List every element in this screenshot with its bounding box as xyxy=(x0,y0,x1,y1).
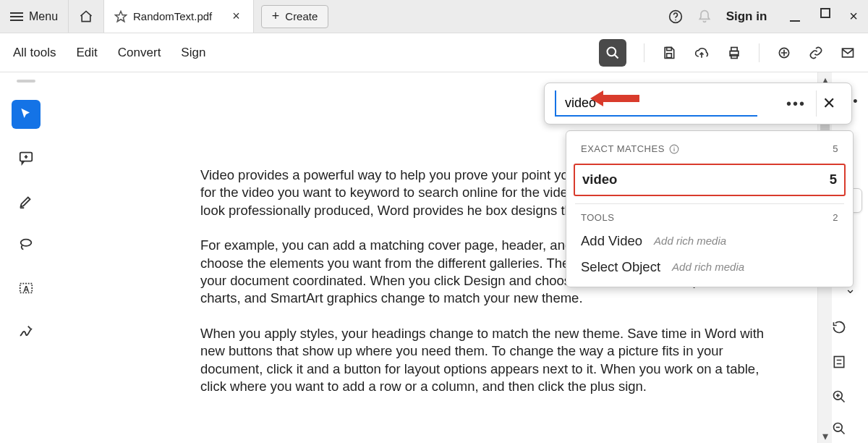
fit-page-icon xyxy=(832,355,846,369)
hamburger-icon xyxy=(10,12,23,21)
notifications-button[interactable] xyxy=(697,9,712,24)
textbox-tool[interactable]: A xyxy=(12,274,41,303)
find-close-button[interactable]: ✕ xyxy=(816,90,841,117)
tool-result-select-object[interactable]: Select Object Add rich media xyxy=(566,254,853,280)
svg-line-22 xyxy=(841,399,845,402)
tool-result-hint: Add rich media xyxy=(654,234,726,248)
app-menu-button[interactable]: Menu xyxy=(0,0,68,33)
create-button[interactable]: + Create xyxy=(261,5,329,28)
cloud-up-icon xyxy=(694,46,710,60)
window-close-button[interactable]: × xyxy=(849,8,858,25)
fit-page-button[interactable] xyxy=(832,355,868,369)
comment-tool[interactable] xyxy=(12,143,41,172)
divider xyxy=(575,203,844,204)
textbox-icon: A xyxy=(18,280,34,296)
svg-point-2 xyxy=(675,19,676,20)
menu-label: Menu xyxy=(29,10,58,23)
winbar-right: Sign in × xyxy=(668,8,868,25)
sign-in-button[interactable]: Sign in xyxy=(726,9,767,24)
select-tool[interactable] xyxy=(12,100,41,129)
find-options-button[interactable]: ••• xyxy=(786,94,806,113)
star-icon xyxy=(114,10,127,23)
svg-point-19 xyxy=(673,146,674,147)
tab-label: RandomText.pdf xyxy=(133,10,212,22)
highlight-tool[interactable] xyxy=(12,187,41,216)
svg-rect-3 xyxy=(821,9,830,17)
svg-rect-9 xyxy=(731,47,737,51)
svg-point-14 xyxy=(21,240,32,246)
tool-result-label: Add Video xyxy=(581,232,642,250)
zoom-in-button[interactable] xyxy=(832,389,868,404)
convert-menu[interactable]: Convert xyxy=(118,46,161,60)
edit-menu[interactable]: Edit xyxy=(77,46,98,60)
rotate-icon xyxy=(832,320,846,334)
highlighter-icon xyxy=(18,193,34,209)
square-icon xyxy=(820,8,830,18)
annotation-arrow xyxy=(602,95,639,102)
svg-rect-7 xyxy=(667,53,672,57)
window-title-bar: Menu RandomText.pdf × + Create Sign in × xyxy=(0,0,868,33)
find-button[interactable] xyxy=(599,39,626,67)
results-exact-header: EXACT MATCHES 5 xyxy=(566,140,853,159)
cursor-icon xyxy=(19,107,33,122)
maximize-button[interactable] xyxy=(820,8,830,25)
bell-icon xyxy=(697,9,712,24)
results-tools-header: TOOLS 2 xyxy=(566,208,853,228)
link-button[interactable] xyxy=(809,46,823,60)
home-icon xyxy=(79,9,93,24)
zoom-out-button[interactable] xyxy=(832,421,868,436)
find-input[interactable] xyxy=(555,90,757,117)
svg-line-5 xyxy=(615,54,618,58)
comment-icon xyxy=(18,150,34,166)
tool-result-label: Select Object xyxy=(581,258,660,276)
tool-result-add-video[interactable]: Add Video Add rich media xyxy=(566,228,853,254)
document-tab[interactable]: RandomText.pdf × xyxy=(104,0,254,33)
svg-rect-6 xyxy=(667,47,672,50)
tools-label: TOOLS xyxy=(581,211,614,224)
find-results-panel: EXACT MATCHES 5 video 5 TOOLS 2 Add Vide… xyxy=(566,130,854,287)
mail-icon xyxy=(841,46,855,60)
draw-tool[interactable] xyxy=(12,230,41,259)
zoom-out-icon xyxy=(832,421,846,436)
window-controls: × xyxy=(790,8,858,25)
app-menubar: All tools Edit Convert Sign xyxy=(0,33,868,72)
exact-matches-count: 5 xyxy=(833,143,838,155)
svg-marker-0 xyxy=(116,11,127,21)
toolbar-grab-handle[interactable] xyxy=(17,80,35,83)
plus-icon: + xyxy=(272,9,280,24)
save-button[interactable] xyxy=(662,46,676,60)
find-result-item[interactable]: video 5 xyxy=(574,164,846,195)
close-tab-button[interactable]: × xyxy=(232,9,240,24)
svg-text:A: A xyxy=(23,284,29,293)
zoom-in-icon xyxy=(832,389,846,404)
menubar-right xyxy=(599,39,855,67)
help-button[interactable] xyxy=(668,9,683,24)
tools-count: 2 xyxy=(833,211,838,224)
share-email-button[interactable] xyxy=(841,46,855,60)
cloud-upload-button[interactable] xyxy=(694,46,710,60)
sign-menu[interactable]: Sign xyxy=(181,46,205,60)
info-icon[interactable] xyxy=(669,144,679,154)
save-icon xyxy=(662,46,676,60)
scroll-down-button[interactable]: ▾ xyxy=(818,429,832,443)
signature-icon xyxy=(18,324,34,339)
left-toolbar: A xyxy=(0,72,52,443)
svg-point-4 xyxy=(608,47,616,56)
svg-line-26 xyxy=(841,431,845,434)
winbar-left: Menu RandomText.pdf × + Create xyxy=(0,0,328,33)
link-icon xyxy=(809,46,823,60)
document-view[interactable]: Video provides a powerful way to help yo… xyxy=(52,72,817,443)
home-button[interactable] xyxy=(68,0,104,33)
ai-assistant-button[interactable] xyxy=(777,46,791,60)
create-label: Create xyxy=(285,10,318,22)
paragraph: When you apply styles, your headings cha… xyxy=(200,325,765,396)
all-tools-menu[interactable]: All tools xyxy=(13,46,56,60)
exact-matches-label: EXACT MATCHES xyxy=(581,143,665,155)
lasso-icon xyxy=(18,237,34,253)
rotate-button[interactable] xyxy=(832,320,868,334)
fill-sign-tool[interactable] xyxy=(12,317,41,346)
print-button[interactable] xyxy=(727,46,741,60)
print-icon xyxy=(727,46,741,60)
minimize-button[interactable] xyxy=(790,8,801,25)
help-icon xyxy=(668,9,683,24)
